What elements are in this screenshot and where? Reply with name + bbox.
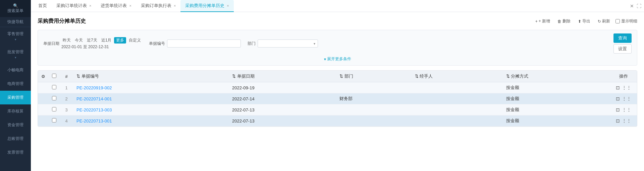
th-num: # (60, 71, 73, 82)
record-link[interactable]: PE-20220919-002 (76, 85, 112, 90)
view-icon[interactable]: ⊡ (616, 107, 620, 112)
date-btns-row: 昨天 今天 近7天 近1月 更多 自定义 (61, 37, 142, 44)
row-checkbox[interactable] (52, 107, 56, 111)
sidebar-item-ecommerce-small[interactable]: 小畅电商 (0, 63, 31, 77)
code-filter-label: 单据编号 (149, 41, 165, 47)
tab-purchase-in-stats[interactable]: 进货单统计表 × (96, 0, 136, 12)
display-toggle[interactable]: 显示明细 (615, 18, 637, 24)
edit-icon[interactable]: ⋮⋮ (622, 85, 631, 90)
tab-close-icon[interactable]: × (89, 4, 91, 8)
filter-row: 单据日期 昨天 今天 近7天 近1月 更多 自定义 2022-01-01 至 2… (43, 33, 632, 54)
tab-home[interactable]: 首页 (34, 0, 52, 12)
th-handler[interactable]: ⇅ 经手人 (412, 71, 503, 82)
tab-close-active-icon[interactable]: × (227, 4, 229, 8)
export-icon: ⬆ (578, 19, 581, 24)
row-checkbox[interactable] (52, 85, 56, 89)
row-checkbox[interactable] (52, 118, 56, 122)
th-dept[interactable]: ⇅ 部门 (336, 71, 411, 82)
row-num: 4 (60, 115, 73, 126)
row-dept (336, 82, 411, 93)
row-code: PE-20220713-003 (73, 104, 229, 115)
row-checkbox-cell (49, 93, 60, 104)
record-link[interactable]: PE-20220714-001 (76, 96, 112, 101)
sort-icon: ⇅ (415, 74, 419, 79)
edit-icon[interactable]: ⋮⋮ (622, 96, 631, 101)
code-input[interactable] (167, 39, 241, 48)
sidebar-item-quicknav[interactable]: 快捷导航 (0, 17, 31, 27)
dept-select-wrapper: 财务部 (258, 39, 318, 48)
row-code: PE-20220714-001 (73, 93, 229, 104)
tab-close-icon[interactable]: × (174, 4, 176, 8)
th-gear[interactable]: ⚙ (38, 71, 49, 82)
select-all-checkbox[interactable] (52, 74, 56, 78)
row-split-method: 按金额 (503, 104, 610, 115)
tab-purchase-order-exec[interactable]: 采购订单执行表 × (136, 0, 180, 12)
row-date: 2022-09-19 (229, 82, 336, 93)
sidebar-item-inventory[interactable]: 库存核算 (0, 104, 31, 118)
row-checkbox[interactable] (52, 96, 56, 100)
sidebar-item-search[interactable]: 🔍 搜索菜单 (0, 0, 31, 17)
export-button[interactable]: ⬆ 导出 (576, 17, 592, 25)
row-num: 1 (60, 82, 73, 93)
view-icon[interactable]: ⊡ (616, 118, 620, 123)
refresh-button[interactable]: ↻ 刷新 (596, 17, 612, 25)
sidebar-item-ecommerce[interactable]: 电商管理 (0, 77, 31, 91)
expand-more-button[interactable]: ▾ 展开更多条件 (324, 56, 351, 62)
delete-button[interactable]: 🗑 删除 (555, 17, 573, 25)
filter-dept: 部门 财务部 (248, 39, 318, 48)
row-gear-cell (38, 93, 49, 104)
row-num: 3 (60, 104, 73, 115)
window-expand-button[interactable]: ⛶ (637, 3, 641, 9)
window-close-button[interactable]: ✕ (630, 3, 634, 9)
sort-icon: ⇅ (76, 74, 80, 79)
record-link[interactable]: PE-20220713-003 (76, 107, 112, 112)
tab-close-icon[interactable]: × (129, 4, 131, 8)
sidebar-item-ledger[interactable]: 总账管理 (0, 132, 31, 146)
row-checkbox-cell (49, 82, 60, 93)
date-btn-yesterday[interactable]: 昨天 (61, 37, 72, 44)
row-gear-cell (38, 104, 49, 115)
tab-purchase-cost-history[interactable]: 采购费用分摊单历史 × (180, 0, 233, 12)
edit-icon[interactable]: ⋮⋮ (622, 107, 631, 112)
sidebar-item-invoice[interactable]: 发票管理 (0, 146, 31, 159)
row-action: ⊡ ⋮⋮ (610, 93, 637, 104)
sidebar-item-retail[interactable]: 零售管理 ▾ (0, 27, 31, 45)
chevron-down-icon: ▾ (15, 56, 16, 59)
row-date: 2022-07-13 (229, 115, 336, 126)
th-split-method[interactable]: ⇅ 分摊方式 (503, 71, 610, 82)
sidebar-item-finance[interactable]: 资金管理 (0, 118, 31, 132)
date-btn-custom[interactable]: 自定义 (127, 37, 142, 44)
tab-bar-right: ✕ ⛶ (630, 3, 641, 9)
toolbar: + + 新增 🗑 删除 ⬆ 导出 ↻ 刷新 显示明细 (533, 17, 637, 25)
query-button[interactable]: 查询 (613, 33, 632, 43)
table-body: 1 PE-20220919-002 2022-09-19 按金额 ⊡ ⋮⋮ 2 … (38, 82, 637, 126)
view-icon[interactable]: ⊡ (616, 96, 620, 101)
display-checkbox[interactable] (615, 19, 620, 23)
date-btn-more[interactable]: 更多 (114, 37, 126, 44)
view-icon[interactable]: ⊡ (616, 85, 620, 90)
filter-area: 单据日期 昨天 今天 近7天 近1月 更多 自定义 2022-01-01 至 2… (38, 30, 637, 66)
row-split-method: 按金额 (503, 82, 610, 93)
chevron-down-icon: ▾ (15, 38, 16, 41)
sidebar-item-wholesale[interactable]: 批发管理 ▾ (0, 45, 31, 63)
edit-icon[interactable]: ⋮⋮ (622, 118, 631, 123)
record-link[interactable]: PE-20220713-001 (76, 118, 112, 123)
setting-button[interactable]: 设置 (613, 44, 632, 54)
page-content: 采购费用分摊单历史 + + 新增 🗑 删除 ⬆ 导出 ↻ 刷新 (31, 12, 644, 171)
sidebar: 🔍 搜索菜单 快捷导航 零售管理 ▾ 批发管理 ▾ 小畅电商 电商管理 采购管理… (0, 0, 31, 171)
dept-filter-label: 部门 (248, 41, 256, 47)
table-row: 4 PE-20220713-001 2022-07-13 按金额 ⊡ ⋮⋮ (38, 115, 637, 126)
date-btn-today[interactable]: 今天 (73, 37, 84, 44)
table-row: 1 PE-20220919-002 2022-09-19 按金额 ⊡ ⋮⋮ (38, 82, 637, 93)
filter-date: 单据日期 昨天 今天 近7天 近1月 更多 自定义 2022-01-01 至 2… (43, 37, 142, 50)
delete-icon: 🗑 (557, 19, 561, 24)
row-handler (412, 104, 503, 115)
th-date[interactable]: ⇅ 单据日期 (229, 71, 336, 82)
tab-purchase-order-stats[interactable]: 采购订单统计表 × (52, 0, 96, 12)
add-button[interactable]: + + 新增 (533, 17, 552, 25)
date-btn-1month[interactable]: 近1月 (100, 37, 113, 44)
th-code[interactable]: ⇅ 单据编号 (73, 71, 229, 82)
date-btn-7days[interactable]: 近7天 (86, 37, 99, 44)
dept-select[interactable]: 财务部 (258, 39, 318, 48)
sidebar-item-purchase[interactable]: 采购管理 (0, 91, 31, 104)
